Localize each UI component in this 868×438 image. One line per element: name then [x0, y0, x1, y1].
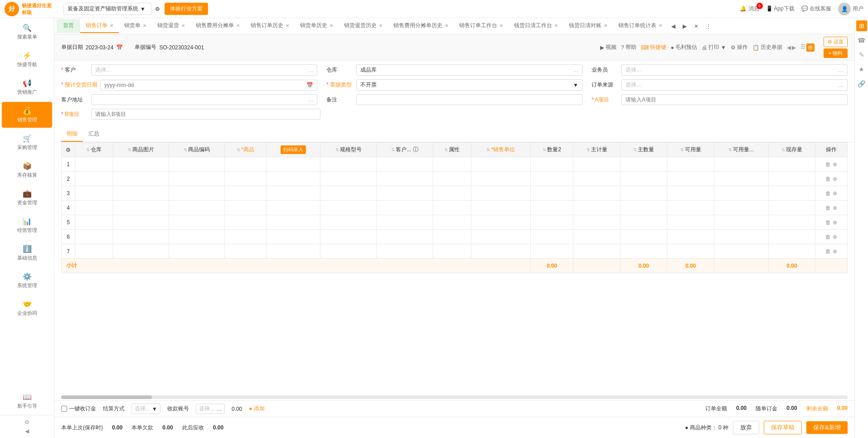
th-qty2[interactable]: ⇅数量2: [530, 143, 573, 157]
th-product[interactable]: ⇅*商品: [225, 143, 266, 157]
toolbar-next-btn[interactable]: ▶: [792, 44, 796, 51]
history-btn[interactable]: 📋 历史单据: [752, 43, 782, 51]
tab-daily-clearing-reconcile[interactable]: 钱货日清对账 ✕: [563, 19, 613, 33]
close-tab-daily-clearing-workbench[interactable]: ✕: [554, 23, 558, 28]
tab-sales-order[interactable]: 销售订单 ✕: [80, 19, 119, 33]
a-project-input[interactable]: [621, 94, 848, 105]
notification-badge[interactable]: 🔔 9 消息: [740, 5, 759, 13]
sidebar-item-guide[interactable]: 📖 新手引导: [2, 388, 52, 414]
right-panel-icon-2[interactable]: ☎: [856, 35, 867, 46]
close-tab-sales-order-stats[interactable]: ✕: [659, 23, 662, 28]
close-tab-sales-order-history[interactable]: ✕: [286, 23, 289, 28]
toolbar-grid-view-btn[interactable]: ⊞: [806, 43, 815, 52]
th-main-qty[interactable]: ⇅主数量: [620, 143, 667, 157]
close-tab-sales-return-history[interactable]: ✕: [379, 23, 383, 28]
invoice-type-select[interactable]: 不开票 ▼: [356, 79, 582, 91]
save-new-button[interactable]: 保存&新增: [806, 421, 848, 434]
sidebar-settings-icon[interactable]: ⚙: [24, 419, 29, 425]
user-area[interactable]: 👤 用户: [838, 3, 863, 15]
row-spec-1[interactable]: [320, 157, 376, 172]
settings-icon-btn[interactable]: ⚙: [155, 6, 160, 12]
row-warehouse-1[interactable]: [75, 157, 113, 172]
delete-row-2[interactable]: 🗑: [825, 176, 831, 182]
th-customer-code[interactable]: ⇅客户... ⓘ: [376, 143, 433, 157]
delete-row-6[interactable]: 🗑: [825, 234, 831, 240]
sidebar-item-marketing[interactable]: 📢 营销推广: [2, 74, 52, 100]
industry-btn[interactable]: 体验行业方案: [165, 3, 208, 15]
tab-sales-invoice[interactable]: 销货单 ✕: [119, 19, 152, 33]
sidebar-item-enterprise[interactable]: 🤝 企业协同: [2, 295, 52, 321]
copy-row-3[interactable]: ⊕: [833, 190, 837, 197]
tab-sales-order-workbench[interactable]: 销售订单工作台 ✕: [454, 19, 509, 33]
sidebar-item-purchase[interactable]: 🛒 采购管理: [2, 130, 52, 155]
th-available[interactable]: ⇅可用量: [667, 143, 714, 157]
delete-row-5[interactable]: 🗑: [825, 219, 831, 226]
tab-home[interactable]: 首页: [57, 19, 80, 33]
tab-sales-expense-history[interactable]: 销售费用分摊单历史 ✕: [388, 19, 454, 33]
tab-sales-invoice-history[interactable]: 销货单历史 ✕: [295, 19, 339, 33]
th-image[interactable]: ⇅商品图片: [113, 143, 169, 157]
th-available2[interactable]: ⇅可用量...: [714, 143, 768, 157]
b-project-input[interactable]: [91, 109, 320, 120]
close-tab-sales-order[interactable]: ✕: [110, 23, 113, 28]
one-click-checkout-checkbox[interactable]: [61, 406, 67, 412]
order-source-input[interactable]: 选择... …: [621, 79, 848, 91]
sidebar-item-basic-info[interactable]: ℹ️ 基础信息: [2, 240, 52, 266]
th-spec[interactable]: ⇅规格型号: [320, 143, 376, 157]
save-draft-button[interactable]: 保存草稿: [764, 421, 802, 434]
b-project-text[interactable]: [95, 111, 316, 117]
print-btn[interactable]: 🖨 打印 ▼: [702, 43, 726, 51]
th-main-unit[interactable]: ⇅主计量: [573, 143, 620, 157]
scroll-thumb[interactable]: [61, 395, 152, 399]
payment-method-select[interactable]: 选择... ▼: [131, 404, 160, 414]
delete-row-1[interactable]: 🗑: [825, 161, 831, 168]
close-tab-daily-clearing-reconcile[interactable]: ✕: [604, 23, 607, 28]
row-customer-code-1[interactable]: [376, 157, 433, 172]
right-panel-icon-4[interactable]: ★: [856, 64, 867, 75]
sidebar-item-operation[interactable]: 📊 经营管理: [2, 212, 52, 238]
th-warehouse[interactable]: ⇅仓库: [75, 143, 113, 157]
close-tab-sales-expense-history[interactable]: ✕: [445, 23, 448, 28]
sidebar-collapse-icon[interactable]: ◀: [25, 428, 29, 434]
tab-sales-return-history[interactable]: 销货退货历史 ✕: [339, 19, 388, 33]
tab-close-all-btn[interactable]: ✕: [690, 21, 702, 31]
tab-sales-order-history[interactable]: 销售订单历史 ✕: [245, 19, 295, 33]
calendar-icon[interactable]: 📅: [116, 44, 123, 51]
row-unit-1[interactable]: [471, 157, 530, 172]
horizontal-scrollbar[interactable]: [61, 395, 848, 399]
th-attr[interactable]: ⇅属性: [433, 143, 471, 157]
salesperson-input[interactable]: 选择... …: [621, 64, 848, 76]
warehouse-input[interactable]: 成品库 …: [356, 64, 582, 76]
delete-row-7[interactable]: 🗑: [825, 248, 831, 255]
row-qty2-1[interactable]: [530, 157, 573, 172]
th-current[interactable]: ⇅现存量: [768, 143, 815, 157]
help-btn[interactable]: ? 帮助: [621, 43, 636, 51]
online-service[interactable]: 💬 在线客服: [801, 5, 831, 13]
delete-row-4[interactable]: 🗑: [825, 205, 831, 211]
sidebar-item-sales[interactable]: 💰 销售管理: [2, 102, 52, 128]
copy-row-5[interactable]: ⊕: [833, 219, 837, 226]
tab-more-btn[interactable]: ⋮: [702, 21, 715, 31]
th-code[interactable]: ⇅商品编码: [169, 143, 224, 157]
address-input[interactable]: …: [91, 94, 317, 105]
close-tab-sales-return[interactable]: ✕: [181, 23, 185, 28]
row-main-qty-1[interactable]: [620, 157, 667, 172]
right-panel-icon-1[interactable]: ⊞: [856, 20, 867, 31]
one-click-checkout-label[interactable]: 一键收订金: [61, 405, 96, 413]
copy-row-6[interactable]: ⊕: [833, 234, 837, 240]
tab-prev-btn[interactable]: ◀: [668, 21, 679, 31]
right-panel-icon-5[interactable]: 🔗: [856, 78, 867, 89]
right-panel-icon-3[interactable]: ✎: [856, 49, 867, 60]
sidebar-item-finance[interactable]: 💼 资金管理: [2, 185, 52, 211]
sidebar-item-search[interactable]: 🔍 搜索菜单: [2, 19, 52, 45]
operation-btn[interactable]: ⚙ 操作: [731, 43, 748, 51]
system-selector[interactable]: 装备及固定资产辅助管理系统 ▼: [63, 3, 151, 15]
delivery-calendar-icon[interactable]: 📅: [306, 82, 313, 88]
close-tab-sales-expense[interactable]: ✕: [236, 23, 240, 28]
delivery-date-input[interactable]: 📅: [100, 80, 317, 91]
row-product-1[interactable]: [225, 157, 266, 172]
close-tab-sales-order-workbench[interactable]: ✕: [499, 23, 503, 28]
app-download[interactable]: 📱 App下载: [766, 5, 795, 13]
discard-button[interactable]: 放弃: [733, 421, 759, 434]
add-payment-btn[interactable]: ● 添加: [249, 405, 265, 413]
